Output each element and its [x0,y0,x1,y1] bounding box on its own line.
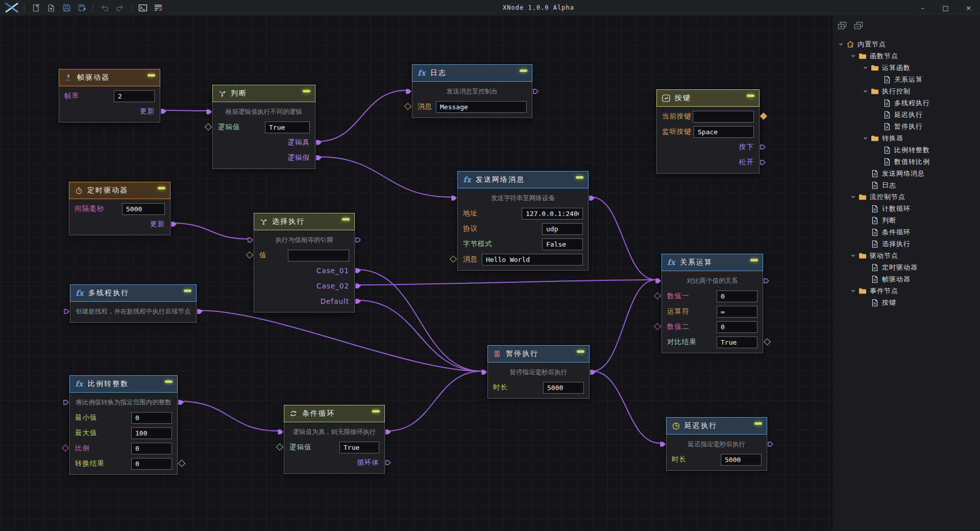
clear-log-button[interactable] [151,2,165,14]
collapse-button[interactable] [577,350,584,353]
collapse-button[interactable] [576,176,583,179]
tree-item-node[interactable]: 数值转比例 [832,156,980,167]
exec-out-port[interactable] [315,139,322,146]
tree-item-node[interactable]: 按键 [832,297,980,308]
collapse-all-button[interactable] [852,20,865,31]
expand-all-button[interactable] [836,20,849,31]
node-cond-loop[interactable]: 条件循环逻辑值为真，则无限循环执行逻辑值循环体 [284,405,385,474]
collapse-button[interactable] [754,422,762,425]
undo-button[interactable] [97,2,112,14]
node-judge[interactable]: 判断根据逻辑值执行不同的逻辑逻辑值逻辑真逻辑假 [212,85,315,169]
node-header[interactable]: 按键 [656,89,760,107]
data-port[interactable] [654,323,661,330]
node-delay[interactable]: 延迟执行延迟指定毫秒后执行时长 [666,417,767,471]
node-header[interactable]: fx日志 [412,64,532,82]
exec-in-port[interactable] [63,308,70,315]
save-button[interactable] [59,2,74,14]
data-port[interactable] [178,460,185,467]
node-relational[interactable]: fx关系运算对比两个值的关系数值一运算符数值二对比结果 [662,254,763,353]
node-timer-driver[interactable]: 定时驱动器间隔毫秒更新 [69,182,170,235]
exec-out-port[interactable] [767,441,774,448]
chevron-down-icon[interactable] [861,88,870,94]
exec-in-port[interactable] [405,88,412,95]
collapse-button[interactable] [158,187,165,189]
param-input[interactable] [114,90,155,102]
exec-out-port[interactable] [760,144,766,151]
chevron-down-icon[interactable] [849,53,857,59]
node-header[interactable]: 暂停执行 [487,345,590,363]
exec-in-port[interactable] [655,278,662,284]
param-input[interactable] [131,427,172,439]
collapse-button[interactable] [747,94,754,97]
exec-out-port[interactable] [532,88,539,95]
node-header[interactable]: 判断 [212,85,315,102]
collapse-button[interactable] [303,90,310,92]
collapse-button[interactable] [372,410,380,413]
param-input[interactable] [522,208,583,220]
tree-item-node[interactable]: 选择执行 [832,238,980,250]
param-input[interactable] [543,382,584,394]
exec-out-port[interactable] [355,283,361,289]
param-input[interactable] [693,111,754,123]
node-key[interactable]: 按键当前按键监听按键按下松开 [656,89,760,174]
exec-in-port[interactable] [659,441,666,448]
data-port[interactable] [205,123,212,130]
node-header[interactable]: fx比例转整数 [69,375,178,393]
param-input[interactable] [717,336,757,348]
tree-item-group[interactable]: 执行控制 [832,85,980,97]
param-input[interactable] [717,291,757,302]
tree-item-node[interactable]: 定时驱动器 [832,261,980,273]
node-header[interactable]: 延迟执行 [666,417,767,435]
chevron-down-icon[interactable] [861,135,870,141]
param-input[interactable] [717,306,757,318]
exec-out-port[interactable] [315,155,322,161]
param-input[interactable] [339,442,379,453]
param-input[interactable] [482,254,583,266]
tree-item-node[interactable]: 多线程执行 [832,97,980,109]
open-file-button[interactable] [44,2,58,14]
data-port[interactable] [246,251,253,258]
exec-in-port[interactable] [206,109,212,115]
console-button[interactable] [136,2,150,14]
exec-out-port[interactable] [355,298,361,305]
node-multithread[interactable]: fx多线程执行创建新线程，并在新线程中执行后续节点 [70,284,197,323]
exec-out-port[interactable] [589,195,595,202]
maximize-button[interactable]: □ [934,0,957,15]
tree-item-group[interactable]: 内置节点 [832,38,980,50]
new-file-button[interactable] [29,2,43,14]
tree-item-node[interactable]: 关系运算 [832,74,980,85]
tree-item-group[interactable]: 转换器 [832,132,980,144]
param-input[interactable] [694,126,754,138]
exec-out-port[interactable] [197,308,203,315]
exec-out-port[interactable] [385,460,391,466]
exec-in-port[interactable] [481,369,487,376]
redo-button[interactable] [113,2,127,14]
node-ratio-to-int[interactable]: fx比例转整数将比例值转换为指定范围内的整数最小值最大值比例转换结果 [69,375,178,475]
param-input[interactable] [265,122,310,133]
tree-item-group[interactable]: 函数节点 [832,50,980,62]
chevron-down-icon[interactable] [861,65,870,70]
data-port[interactable] [276,443,283,450]
data-port[interactable] [764,338,771,345]
tree-item-node[interactable]: 判断 [832,214,980,226]
collapse-button[interactable] [165,380,173,383]
data-port[interactable] [62,444,69,451]
collapse-button[interactable] [750,259,758,261]
node-log[interactable]: fx日志发送消息至控制台消息 [412,64,532,118]
exec-out-port[interactable] [385,429,391,436]
node-header[interactable]: fx多线程执行 [70,284,197,302]
node-header[interactable]: 条件循环 [284,405,385,422]
collapse-button[interactable] [148,74,155,77]
param-input[interactable] [542,238,583,250]
tree-item-node[interactable]: 条件循环 [832,226,980,238]
save-as-button[interactable] [75,2,89,14]
node-select-exec[interactable]: 选择执行执行与值相等的引脚值Case_01Case_02Default [254,213,355,312]
node-header[interactable]: 选择执行 [254,213,355,230]
tree-item-node[interactable]: 帧驱动器 [832,273,980,285]
param-input[interactable] [717,321,757,333]
exec-out-port[interactable] [355,237,361,244]
chevron-down-icon[interactable] [849,253,857,258]
param-input[interactable] [131,458,172,470]
exec-out-port[interactable] [763,278,770,284]
exec-out-port[interactable] [170,221,177,228]
